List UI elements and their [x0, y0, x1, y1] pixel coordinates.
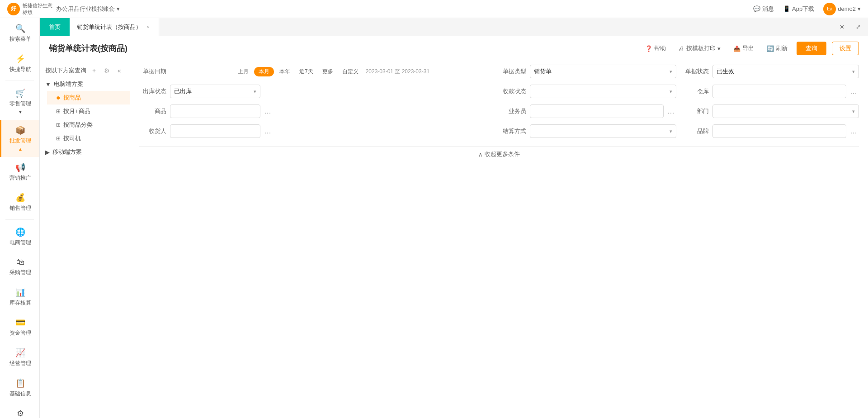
add-scheme-btn[interactable]: +: [89, 66, 99, 76]
doc-status-select[interactable]: 已生效 ▾: [712, 65, 859, 78]
logo-icon: 好: [7, 3, 20, 15]
sidebar-item-inventory[interactable]: 📊 库存核算: [0, 282, 39, 312]
tree-group-desktop[interactable]: ▼ 电脑端方案: [40, 77, 130, 91]
filter-date: 单据日期 上月 本月 本年 近7天 更多 自定义: [139, 67, 494, 76]
recv-status-arrow-icon: ▾: [670, 89, 672, 95]
filter-receiver: 收货人 …: [139, 124, 494, 138]
filter-row-1: 单据日期 上月 本月 本年 近7天 更多 自定义: [139, 65, 859, 78]
tree-item-by-driver[interactable]: ⊞ 按司机: [47, 132, 130, 145]
filter-goods: 商品 …: [139, 104, 494, 118]
filter-doc-status: 单据状态 已生效 ▾: [682, 65, 859, 78]
department-control: ▾: [712, 104, 859, 118]
doc-type-arrow-icon: ▾: [670, 69, 672, 75]
left-panel-header: 按以下方案查询 + ⚙ «: [40, 64, 130, 77]
refresh-btn[interactable]: 🔄 刷新: [763, 43, 791, 54]
sidebar-item-wholesale[interactable]: 📦 批发管理 ▲: [0, 120, 39, 157]
header-right: 💬 消息 📱 App下载 Ea demo2 ▾: [753, 3, 861, 15]
warehouse-more-btn[interactable]: …: [848, 87, 859, 95]
sidebar: 🔍 搜索菜单 ⚡ 快捷导航 🛒 零售管理 ▼ 📦 批发管理 ▲ 📢 营销推广 💰…: [0, 18, 40, 418]
filter-row-4: 收货人 … 结算方式: [139, 124, 859, 138]
sidebar-item-search-menu[interactable]: 🔍 搜索菜单: [0, 18, 39, 48]
user-menu[interactable]: Ea demo2 ▾: [823, 3, 861, 15]
help-icon: ❓: [645, 45, 652, 52]
expand-icon2: ▲: [18, 147, 23, 152]
tree-item-by-category[interactable]: ⊞ 按商品分类: [47, 118, 130, 132]
filter-department: 部门 ▾: [682, 104, 859, 118]
warehouse-input[interactable]: [712, 85, 846, 98]
salesman-more-btn[interactable]: …: [665, 107, 676, 115]
expand-icon: ▼: [18, 109, 23, 114]
sidebar-item-base[interactable]: 📋 基础信息: [0, 373, 39, 403]
tree-item-by-goods[interactable]: ● 按商品: [47, 91, 130, 104]
sidebar-item-retail[interactable]: 🛒 零售管理 ▼: [0, 83, 39, 120]
sidebar-item-sales[interactable]: 💰 销售管理: [0, 187, 39, 218]
tree-item-by-month-goods[interactable]: ⊞ 按月+商品: [47, 104, 130, 118]
settings-button[interactable]: 设置: [832, 42, 859, 55]
sidebar-item-quick-nav[interactable]: ⚡ 快捷导航: [0, 48, 39, 79]
collapse-bar[interactable]: ∧ 收起更多条件: [139, 146, 859, 162]
goods-input[interactable]: [170, 104, 260, 118]
doc-type-select[interactable]: 销货单 ▾: [530, 65, 676, 78]
date-btn-this-year[interactable]: 本年: [276, 67, 294, 76]
brand-input[interactable]: [712, 124, 846, 138]
receiver-more-btn[interactable]: …: [262, 127, 273, 135]
marketing-icon: 📢: [15, 162, 25, 172]
filter-recv-status: 收款状态 ▾: [499, 85, 676, 98]
help-btn[interactable]: ❓ 帮助: [642, 43, 670, 54]
date-btn-last-month[interactable]: 上月: [234, 67, 252, 76]
message-icon: 💬: [753, 5, 760, 12]
wholesale-icon: 📦: [15, 125, 25, 135]
tab-maximize-btn[interactable]: ⤢: [852, 21, 864, 33]
sidebar-item-marketing[interactable]: 📢 营销推广: [0, 157, 39, 187]
payment-select[interactable]: ▾: [530, 124, 676, 138]
sidebar-item-finance[interactable]: 💳 资金管理: [0, 312, 39, 342]
empty-illustration: [472, 407, 526, 418]
date-btn-this-month[interactable]: 本月: [254, 67, 274, 76]
refresh-icon: 🔄: [767, 45, 774, 52]
recv-status-select[interactable]: ▾: [530, 85, 676, 98]
sidebar-item-system[interactable]: ⚙ 系统管理: [0, 403, 39, 418]
goods-more-btn[interactable]: …: [262, 107, 273, 115]
date-btn-more[interactable]: 更多: [319, 67, 337, 76]
filter-salesman: 业务员 …: [499, 104, 676, 118]
tab-close-btn[interactable]: ×: [144, 24, 151, 31]
minimize-icon: ✕: [840, 24, 844, 30]
page-content: 销货单统计表(按商品) ❓ 帮助 🖨 按模板打印 ▾ 📤 导出: [40, 36, 868, 418]
left-panel: 按以下方案查询 + ⚙ «: [40, 59, 130, 418]
date-btn-custom[interactable]: 自定义: [339, 67, 362, 76]
system-icon: ⚙: [17, 408, 24, 418]
collapse-panel-btn[interactable]: «: [114, 66, 124, 76]
tree-item-icon-0: ●: [56, 94, 61, 102]
print-template-btn[interactable]: 🖨 按模板打印 ▾: [675, 43, 724, 54]
brand-more-btn[interactable]: …: [848, 127, 859, 135]
settings-scheme-btn[interactable]: ⚙: [102, 66, 112, 76]
tree-expand-icon: ▼: [45, 81, 51, 88]
sidebar-item-ops[interactable]: 📈 经营管理: [0, 342, 39, 373]
sidebar-item-ecom[interactable]: 🌐 电商管理: [0, 222, 39, 252]
department-select[interactable]: ▾: [712, 104, 859, 118]
breadcrumb-select[interactable]: 办公用品行业模拟账套 ▾: [56, 5, 120, 13]
print-icon: 🖨: [679, 45, 684, 52]
salesman-input[interactable]: [530, 104, 664, 118]
ecom-icon: 🌐: [15, 227, 25, 237]
base-icon: 📋: [15, 378, 25, 388]
export-btn[interactable]: 📤 导出: [730, 43, 758, 54]
tree-group-mobile[interactable]: ▶ 移动端方案: [40, 145, 130, 159]
chevron-down-icon: ▾: [117, 5, 120, 12]
tab-minimize-btn[interactable]: ✕: [835, 21, 848, 33]
tab-home[interactable]: 首页: [40, 18, 70, 36]
date-btn-7days[interactable]: 近7天: [296, 67, 317, 76]
purchase-icon: 🛍: [16, 257, 24, 267]
message-btn[interactable]: 💬 消息: [753, 5, 774, 13]
date-label: 单据日期: [139, 67, 166, 76]
sidebar-item-purchase[interactable]: 🛍 采购管理: [0, 252, 39, 282]
receiver-input[interactable]: [170, 124, 260, 138]
out-status-select[interactable]: 已出库 ▾: [170, 85, 260, 98]
date-quick-btns: 上月 本月 本年 近7天 更多 自定义 2023-03-01 至 2023-03…: [234, 67, 429, 76]
sidebar-divider-1: [5, 81, 34, 81]
query-button[interactable]: 查询: [797, 42, 826, 55]
settings-icon: ⚙: [104, 67, 110, 74]
print-chevron-icon: ▾: [717, 45, 721, 52]
app-download-btn[interactable]: 📱 App下载: [783, 5, 814, 13]
tab-sales-stats[interactable]: 销货单统计表（按商品） ×: [70, 18, 159, 36]
